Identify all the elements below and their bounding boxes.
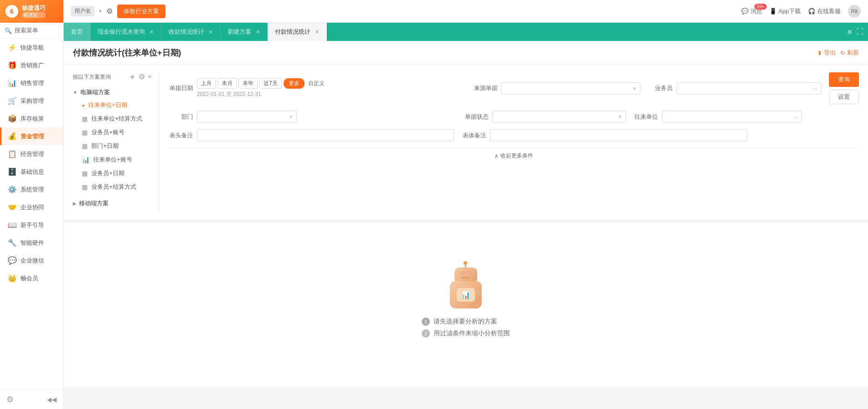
sidebar-item-wechat[interactable]: 💬 企业微信 [0,252,63,269]
collapse-btn[interactable]: ∧ 收起更多条件 [168,148,859,163]
sidebar-item-hardware[interactable]: 🔧 智能硬件 [0,234,63,252]
sidebar-item-quick-nav[interactable]: ⚡ 快捷导航 [0,39,63,56]
finance-icon: 💰 [8,132,17,141]
date-btn-more[interactable]: 更多 [284,78,304,89]
date-btn-this-year[interactable]: 本年 [239,78,258,89]
scheme-collapse-icon[interactable]: « [148,72,151,82]
dept-select[interactable]: ▾ [197,111,297,123]
filter-row-2: 部门 ▾ 单据状态 ▾ 往来单位 [168,111,859,123]
sidebar-item-inventory[interactable]: 📦 库存核算 [0,110,63,127]
add-scheme-icon[interactable]: ＋ [129,72,136,82]
mobile-scheme-section-header[interactable]: ▶ 移动端方案 [73,197,151,209]
logo-icon: 6 [5,5,18,18]
mobile-scheme-label: 移动端方案 [79,199,109,207]
sidebar-item-member[interactable]: 👑 畅会员 [0,269,63,287]
topbar-gear-icon[interactable]: ⚙ [106,7,113,15]
tab-new-scheme[interactable]: 新建方案 ✕ [220,23,268,41]
dept-filter-group: 部门 ▾ [168,111,449,123]
refresh-icon: ↻ [840,50,845,56]
sidebar-item-guide[interactable]: 📖 新手引导 [0,216,63,234]
user-avatar[interactable]: Rit [848,5,861,18]
sidebar-item-operation[interactable]: 📋 经营管理 [0,145,63,163]
sidebar-item-basic[interactable]: 🗄️ 基础信息 [0,163,63,181]
online-service-label: 在线客服 [817,7,841,15]
filter-panel: 按以下方案查询 ＋ ⚙ « ▼ 电脑端方案 ● 往来单位+日期 [64,65,868,221]
close-all-tabs-icon[interactable]: ✕ [847,28,853,36]
scheme-grid-icon: ▦ [82,170,88,177]
tip-text-2: 用过滤条件来缩小分析范围 [434,329,510,338]
tab-close-receipts-stat[interactable]: ✕ [209,29,213,35]
sidebar-item-label: 企业微信 [20,257,44,265]
trial-btn[interactable]: 体验行业方案 [117,5,165,18]
tab-receipts-stat[interactable]: 收款情况统计 ✕ [161,23,220,41]
scheme-item-staff-account[interactable]: ▦ 业务员+账号 [73,126,151,139]
topbar-right: 💬 消息 99+ 📱 App下载 🎧 在线客服 Rit [741,5,861,18]
robot-dot [464,261,467,265]
sidebar-item-system[interactable]: ⚙️ 系统管理 [0,181,63,198]
tab-bank-flow[interactable]: 现金银行流水查询 ✕ [90,23,161,41]
search-icon: 🔍 [5,27,12,34]
pc-scheme-section-header[interactable]: ▼ 电脑端方案 [73,86,151,98]
source-bill-label: 来源单据 [466,84,498,92]
app-name: 畅捷通巧 [22,5,45,12]
sidebar-item-enterprise[interactable]: 🤝 企业协同 [0,198,63,216]
scheme-item-partner-account[interactable]: 📊 往来单位+账号 [73,153,151,167]
date-filter-group: 单据日期 上月 本月 本年 近7天 更多 自定义 2022-01-01 至 20… [168,78,459,98]
sidebar-item-finance[interactable]: 💰 资金管理 [0,127,63,145]
tab-payment-stat[interactable]: 付款情况统计 ✕ [268,23,327,41]
staff-select[interactable]: ··· [676,82,822,95]
tab-close-payment-stat[interactable]: ✕ [315,29,319,35]
message-badge: 99+ [754,4,767,10]
sidebar-item-marketing[interactable]: 🎁 营销推广 [0,56,63,74]
tab-close-new-scheme[interactable]: ✕ [256,29,260,35]
source-bill-select[interactable]: ▾ [501,82,640,95]
sidebar-item-label: 销售管理 [20,79,44,87]
table-body-note-label: 表体备注 [461,131,486,140]
sidebar-item-label: 资金管理 [20,132,44,141]
scheme-item-staff-date[interactable]: ▦ 业务员+日期 [73,167,151,180]
table-header-note-label: 表头备注 [168,131,193,140]
mobile-scheme-section: ▶ 移动端方案 [73,197,151,209]
query-btn[interactable]: 查询 [829,72,859,87]
app-download-btn[interactable]: 📱 App下载 [769,7,801,15]
date-btn-last-month[interactable]: 上月 [197,78,216,89]
date-btn-last-7-days[interactable]: 近7天 [259,78,282,89]
bill-status-select[interactable]: ▾ [492,111,625,123]
date-range-text: 2022-01-01 至 2022-12-31 [197,91,324,98]
online-service-btn[interactable]: 🎧 在线客服 [808,7,841,15]
scheme-item-dept-date[interactable]: ▦ 部门+日期 [73,139,151,153]
tip-text-1: 请先选择要分析的方案 [434,318,497,326]
scheme-item-partner-date[interactable]: ● 往来单位+日期 [73,98,151,112]
user-dropdown-icon[interactable]: ▾ [99,8,102,14]
search-menu-item[interactable]: 🔍 搜索菜单 [0,23,63,39]
partner-select[interactable]: ··· [662,111,802,123]
page-actions: ⬆ 导出 ↻ 刷新 [817,49,859,57]
message-btn[interactable]: 💬 消息 99+ [741,7,762,15]
tab-home-label: 首页 [71,28,83,36]
avatar-text: Rit [851,8,858,15]
scheme-settings-icon[interactable]: ⚙ [139,72,145,82]
table-header-note-input[interactable] [197,129,454,141]
scheme-item-staff-settlement[interactable]: ▦ 业务员+结算方式 [73,180,151,194]
tab-close-bank-flow[interactable]: ✕ [150,29,154,35]
sidebar-settings-icon[interactable]: ⚙ [6,394,14,404]
tab-home[interactable]: 首页 [64,23,90,41]
date-btn-this-month[interactable]: 本月 [218,78,237,89]
sidebar-footer: ⚙ ◀◀ [0,389,63,409]
export-btn[interactable]: ⬆ 导出 [817,49,836,57]
table-body-note-input[interactable] [490,129,747,141]
scheme-item-label: 往来单位+账号 [93,156,132,164]
sidebar-collapse-icon[interactable]: ◀◀ [47,396,57,403]
settings-btn[interactable]: 设置 [829,90,859,104]
collapse-label: 收起更多条件 [500,152,533,160]
refresh-btn[interactable]: ↻ 刷新 [840,49,859,57]
sidebar-item-label: 新手引导 [20,221,44,229]
scheme-item-label: 业务员+日期 [91,169,125,177]
scheme-item-partner-settlement[interactable]: ▦ 往来单位+结算方式 [73,112,151,126]
maximize-icon[interactable]: ⛶ [856,28,863,36]
scheme-grid-icon: ▦ [82,129,88,136]
sidebar-item-sales[interactable]: 📊 销售管理 [0,74,63,92]
sidebar-item-purchase[interactable]: 🛒 采购管理 [0,92,63,110]
tab-label: 现金银行流水查询 [98,28,145,36]
filter-form: 单据日期 上月 本月 本年 近7天 更多 自定义 2022-01-01 至 20… [168,72,859,213]
